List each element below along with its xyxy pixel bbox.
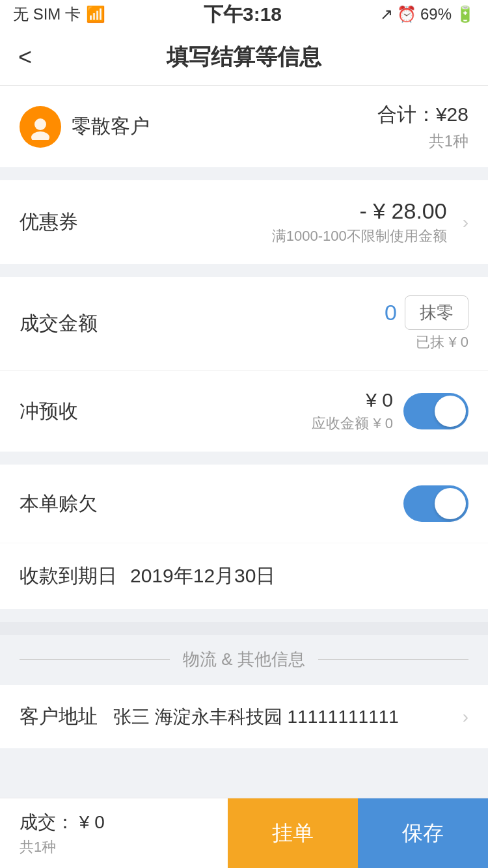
svg-point-1 [31,131,49,140]
transaction-section: 成交金额 0 抹零 已抹 ¥ 0 冲预收 ¥ 0 应收金额 ¥ 0 [0,277,488,452]
transaction-input-area: 0 抹零 [385,295,468,330]
alarm-icon: ⏰ [397,5,416,23]
address-row[interactable]: 客户地址 张三 海淀永丰科技园 11111111111 › [0,685,488,748]
coupon-info: - ¥ 28.00 满1000-100不限制使用金额 [272,198,447,246]
save-button[interactable]: 保存 [358,798,488,869]
status-time: 下午3:18 [204,1,282,28]
coupon-label: 优惠券 [20,209,78,236]
duedate-value[interactable]: 2019年12月30日 [130,563,275,590]
main-content: 零散客户 合计：¥28 共1种 优惠券 - ¥ 28.00 满1000-100不… [0,86,488,826]
coupon-right-area: - ¥ 28.00 满1000-100不限制使用金额 › [272,198,468,246]
no-sim-text: 无 SIM 卡 [13,4,81,25]
coupon-discount: - ¥ 28.00 [272,198,447,224]
battery-icon: 🔋 [455,5,475,23]
status-left: 无 SIM 卡 📶 [13,4,105,25]
transaction-row: 成交金额 0 抹零 已抹 ¥ 0 [0,277,488,371]
svg-point-0 [34,118,46,130]
address-value: 张三 海淀永丰科技园 11111111111 [113,705,455,729]
wifi-icon: 📶 [86,5,105,23]
total-amount: 合计：¥28 [377,102,468,128]
prereceive-toggle[interactable] [403,393,468,429]
prereceive-row: 冲预收 ¥ 0 应收金额 ¥ 0 [0,371,488,452]
nav-bar: < 填写结算等信息 [0,29,488,86]
duedate-label: 收款到期日 [20,563,117,590]
prereceive-right: ¥ 0 应收金额 ¥ 0 [312,389,468,433]
page-title: 填写结算等信息 [167,42,321,72]
prereceive-info: ¥ 0 应收金额 ¥ 0 [312,389,393,433]
coupon-desc: 满1000-100不限制使用金额 [272,226,447,246]
transaction-sub: 已抹 ¥ 0 [385,332,468,352]
logistics-title: 物流 & 其他信息 [183,648,305,671]
location-icon: ↗ [380,5,393,23]
bottom-transaction-label: 成交： [20,812,74,832]
credit-section: 本单赊欠 收款到期日 2019年12月30日 [0,465,488,609]
customer-right: 合计：¥28 共1种 [377,102,468,152]
section-divider [0,622,488,635]
transaction-value[interactable]: 0 [385,300,397,325]
coupon-row[interactable]: 优惠券 - ¥ 28.00 满1000-100不限制使用金额 › [0,180,488,264]
bottom-transaction-amount: ¥ 0 [79,812,105,832]
transaction-label: 成交金额 [20,310,98,337]
prereceive-label: 冲预收 [20,398,78,425]
address-section: 客户地址 张三 海淀永丰科技园 11111111111 › [0,685,488,748]
hold-button[interactable]: 挂单 [228,798,358,869]
customer-left: 零散客户 [20,106,150,148]
bottom-count: 共1种 [20,837,208,857]
credit-toggle-knob [435,488,466,519]
avatar [20,106,61,148]
address-label: 客户地址 [20,703,98,730]
credit-row: 本单赊欠 [0,465,488,543]
credit-label: 本单赊欠 [20,491,98,517]
toggle-knob [435,396,466,427]
status-bar: 无 SIM 卡 📶 下午3:18 ↗ ⏰ 69% 🔋 [0,0,488,29]
credit-toggle[interactable] [403,485,468,522]
total-count: 共1种 [377,131,468,152]
logistics-header: 物流 & 其他信息 [0,635,488,684]
bottom-bar: 成交： ¥ 0 共1种 挂单 保存 [0,798,488,868]
address-chevron-icon: › [463,707,468,727]
duedate-row: 收款到期日 2019年12月30日 [0,543,488,609]
battery-percent: 69% [420,5,452,23]
round-zero-button[interactable]: 抹零 [405,295,468,330]
status-right: ↗ ⏰ 69% 🔋 [380,5,475,23]
chevron-right-icon: › [463,212,468,233]
customer-section: 零散客户 合计：¥28 共1种 [0,86,488,167]
bottom-summary: 成交： ¥ 0 共1种 [0,810,228,857]
prereceive-sub: 应收金额 ¥ 0 [312,414,393,433]
customer-name: 零散客户 [72,113,150,140]
coupon-section: 优惠券 - ¥ 28.00 满1000-100不限制使用金额 › [0,180,488,264]
bottom-transaction-text: 成交： ¥ 0 [20,810,208,835]
prereceive-amount: ¥ 0 [312,389,393,411]
back-button[interactable]: < [18,44,32,71]
